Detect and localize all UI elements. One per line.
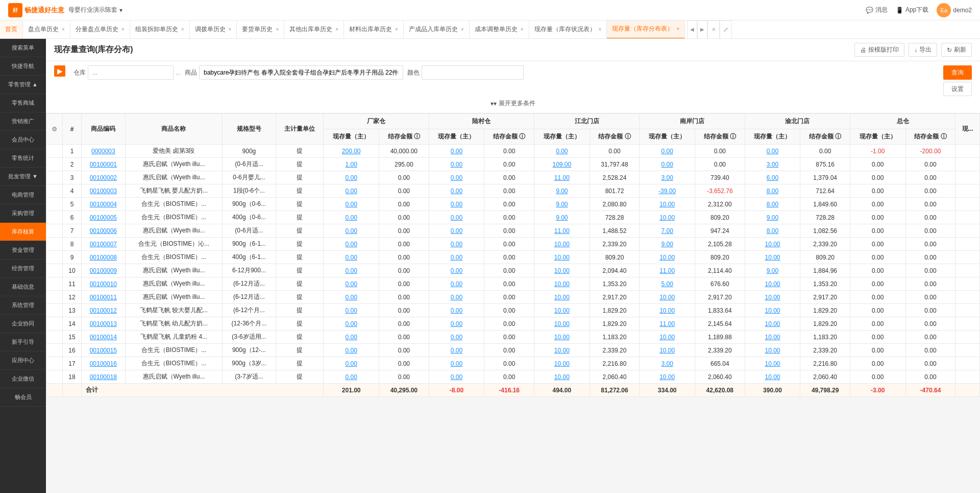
refresh-icon: ↻ bbox=[947, 46, 952, 54]
tab-assembly[interactable]: 组装拆卸单历史 × bbox=[130, 20, 190, 39]
td-jb-stock: 11.00 bbox=[534, 171, 590, 184]
td-spec: 900g（12-... bbox=[223, 344, 276, 357]
td-index: 10 bbox=[63, 264, 82, 277]
tab-requisition[interactable]: 要货单历史 × bbox=[237, 20, 284, 39]
td-f-stock: 0.00 bbox=[324, 317, 379, 331]
td-l-stock: 0.00 bbox=[429, 291, 484, 304]
sidebar-item-appcenter[interactable]: 应用中心 bbox=[0, 351, 46, 370]
expand-conditions-btn[interactable]: ▾▾ 展开更多条件 bbox=[486, 98, 540, 109]
tab-inventory-check[interactable]: 盘点单历史 × bbox=[23, 20, 70, 39]
sidebar-item-purchase[interactable]: 采购管理 bbox=[0, 204, 46, 223]
close-icon[interactable]: × bbox=[395, 27, 398, 32]
td-sum-yb-stock: 390.00 bbox=[745, 384, 800, 397]
setting-btn[interactable]: 设置 bbox=[943, 82, 972, 96]
close-icon[interactable]: × bbox=[276, 27, 279, 32]
tab-other-out[interactable]: 其他出库单历史 × bbox=[284, 20, 344, 39]
tab-material-out[interactable]: 材料出库单历史 × bbox=[344, 20, 404, 39]
td-sum-label: 合计 bbox=[81, 384, 323, 397]
filter-toggle-btn[interactable]: ▶ bbox=[54, 65, 65, 77]
close-icon[interactable]: × bbox=[521, 27, 524, 32]
td-code: 00100012 bbox=[81, 304, 125, 317]
td-extra bbox=[955, 357, 980, 370]
sidebar-item-basic[interactable]: 基础信息 bbox=[0, 278, 46, 296]
sidebar-item-mall[interactable]: 零售商城 bbox=[0, 94, 46, 112]
close-icon[interactable]: × bbox=[335, 27, 338, 32]
td-f-stock: 0.00 bbox=[324, 211, 379, 224]
td-jb-amount: 1,353.20 bbox=[590, 277, 640, 291]
app-download-btn[interactable]: 📱 App下载 bbox=[896, 6, 928, 14]
tab-stock-status[interactable]: 现存量（库存状况表） × bbox=[529, 20, 607, 39]
sidebar-item-wechat[interactable]: 企业微信 bbox=[0, 370, 46, 388]
sidebar-item-search[interactable]: 搜索英单 bbox=[0, 39, 46, 57]
warehouse-dots[interactable]: ... bbox=[176, 69, 181, 76]
print-btn[interactable]: 🖨 按模版打印 bbox=[854, 43, 904, 57]
close-icon[interactable]: × bbox=[121, 27, 125, 32]
tab-product-in[interactable]: 产成品入库单历史 × bbox=[404, 20, 470, 39]
tab-stock-distribution-label: 现存量（库存分布表） bbox=[612, 25, 673, 33]
td-f-amount: 0.00 bbox=[379, 184, 429, 198]
product-input[interactable] bbox=[199, 65, 403, 80]
nav-next-btn[interactable]: ▶ bbox=[697, 20, 707, 39]
tab-other-out-label: 其他出库单历史 bbox=[289, 25, 332, 34]
sidebar-item-operation[interactable]: 经营管理 bbox=[0, 260, 46, 278]
sidebar-item-nav[interactable]: 快捷导航 bbox=[0, 57, 46, 76]
close-icon[interactable]: × bbox=[62, 27, 65, 32]
sidebar-item-member2[interactable]: 畅会员 bbox=[0, 388, 46, 407]
user-area[interactable]: Ea demo2 bbox=[937, 3, 972, 17]
nav-expand-btn[interactable]: ⤢ bbox=[720, 20, 732, 39]
sidebar-item-wholesale[interactable]: 批发管理 ▼ bbox=[0, 168, 46, 186]
tab-transfer[interactable]: 调拨单历史 × bbox=[190, 20, 237, 39]
td-extra bbox=[955, 331, 980, 344]
store-selector[interactable]: 母婴行业演示陈套 ▾ bbox=[68, 6, 122, 14]
color-input[interactable] bbox=[422, 65, 524, 80]
export-btn[interactable]: ↓ 导出 bbox=[909, 43, 937, 57]
sidebar-item-guide[interactable]: 新手引导 bbox=[0, 333, 46, 351]
td-na-amount: 2,312.00 bbox=[695, 198, 745, 211]
td-index: 9 bbox=[63, 251, 82, 264]
tab-stock-distribution[interactable]: 现存量（库存分布表） × bbox=[607, 20, 685, 39]
logo-area: 好 畅捷通好生意 bbox=[8, 3, 64, 17]
sidebar-item-ecommerce[interactable]: 电商管理 bbox=[0, 186, 46, 204]
query-btn[interactable]: 查询 bbox=[943, 65, 972, 80]
td-t-amount: 0.00 bbox=[905, 171, 955, 184]
sidebar-item-system[interactable]: 系统管理 bbox=[0, 296, 46, 315]
td-f-amount: 0.00 bbox=[379, 251, 429, 264]
close-icon[interactable]: × bbox=[229, 27, 232, 32]
td-code: 00100016 bbox=[81, 357, 125, 370]
td-unit: 提 bbox=[276, 277, 324, 291]
tab-cost-adjust[interactable]: 成本调整单历史 × bbox=[470, 20, 529, 39]
sidebar-item-member[interactable]: 会员中心 bbox=[0, 131, 46, 149]
sidebar-item-finance[interactable]: 资金管理 bbox=[0, 241, 46, 260]
tab-home[interactable]: 首页 bbox=[0, 20, 23, 39]
td-unit: 提 bbox=[276, 370, 324, 384]
td-yb-stock: 10.00 bbox=[745, 331, 800, 344]
settings-icon[interactable]: ⚙ bbox=[52, 126, 57, 133]
refresh-btn[interactable]: ↻ 刷新 bbox=[941, 43, 972, 57]
sidebar-item-marketing-label: 营销推广 bbox=[12, 118, 34, 124]
close-icon[interactable]: × bbox=[181, 27, 184, 32]
nav-prev-btn[interactable]: ◀ bbox=[687, 20, 697, 39]
td-yb-stock: 3.00 bbox=[745, 158, 800, 171]
close-icon[interactable]: × bbox=[461, 27, 464, 32]
filter-right-btns: 查询 设置 bbox=[943, 65, 972, 96]
td-t-amount: 0.00 bbox=[905, 211, 955, 224]
td-name: 爱他美 卤第3段 bbox=[125, 145, 222, 158]
th-na-stock: 现存量（主） bbox=[640, 129, 695, 145]
td-unit: 提 bbox=[276, 224, 324, 238]
close-icon[interactable]: × bbox=[676, 26, 679, 32]
tab-partial-check[interactable]: 分量盘点单历史 × bbox=[70, 20, 130, 39]
sidebar-item-retail[interactable]: 零售管理 ▲ bbox=[0, 76, 46, 94]
sidebar-item-marketing[interactable]: 营销推广 bbox=[0, 112, 46, 131]
message-btn[interactable]: 💬 消息 bbox=[866, 6, 888, 14]
td-na-amount: 676.60 bbox=[695, 277, 745, 291]
td-sum-empty2 bbox=[63, 384, 82, 397]
sidebar-item-corp[interactable]: 企业协同 bbox=[0, 315, 46, 333]
sidebar-item-inventory[interactable]: 库存核算 bbox=[0, 223, 46, 241]
td-na-stock: 3.00 bbox=[640, 357, 695, 370]
warehouse-input[interactable] bbox=[88, 65, 174, 80]
td-f-stock: 0.00 bbox=[324, 198, 379, 211]
nav-close-all-btn[interactable]: × bbox=[707, 20, 720, 39]
td-extra bbox=[955, 370, 980, 384]
sidebar-item-stats[interactable]: 零售统计 bbox=[0, 149, 46, 168]
close-icon[interactable]: × bbox=[599, 27, 602, 32]
